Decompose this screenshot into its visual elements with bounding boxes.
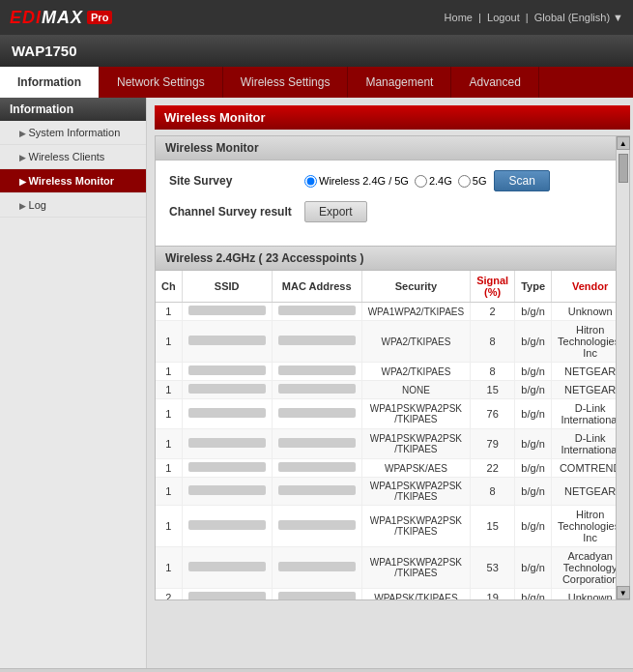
cell-signal: 79 <box>471 429 515 459</box>
table-row: 1WPA1WPA2/TKIPAES2b/g/nUnknown <box>156 303 629 321</box>
cell-type: b/g/n <box>515 589 552 600</box>
table-row: 1WPA2/TKIPAES8b/g/nHitron Technologies. … <box>156 321 629 363</box>
table-section-title: Wireless 2.4GHz ( 23 Accesspoints ) <box>156 246 629 271</box>
cell-security: WPA1PSKWPA2PSK /TKIPAES <box>361 506 470 547</box>
tab-advanced[interactable]: Advanced <box>451 67 538 98</box>
col-signal: Signal(%) <box>471 271 515 303</box>
site-survey-row: Site Survey Wireless 2.4G / 5G 2.4G <box>169 170 616 191</box>
cell-ch: 1 <box>156 478 182 506</box>
section-title: Wireless Monitor <box>155 105 630 130</box>
cell-ssid <box>182 321 272 363</box>
cell-security: WPA2/TKIPAES <box>361 363 470 381</box>
cell-signal: 76 <box>471 399 515 429</box>
cell-ssid <box>182 429 272 459</box>
table-row: 1WPA1PSKWPA2PSK /TKIPAES79b/g/nD-Link In… <box>156 429 629 459</box>
cell-mac <box>272 429 361 459</box>
cell-mac <box>272 589 361 600</box>
sidebar-item-system-info[interactable]: System Information <box>0 121 146 145</box>
cell-type: b/g/n <box>515 506 552 547</box>
cell-security: WPA1WPA2/TKIPAES <box>361 303 470 321</box>
cell-security: WPAPSK/AES <box>361 459 470 478</box>
radio-2g[interactable] <box>415 175 427 188</box>
cell-ch: 1 <box>156 303 182 321</box>
cell-ssid <box>182 363 272 381</box>
sidebar-title: Information <box>0 98 146 121</box>
cell-signal: 8 <box>471 363 515 381</box>
header: EDIMAX Pro Home | Logout | Global (Engli… <box>0 0 633 35</box>
cell-signal: 53 <box>471 547 515 589</box>
main-layout: Information System Information Wireless … <box>0 98 633 668</box>
table-row: 2WPAPSK/TKIPAES19b/g/nUnknown <box>156 589 629 600</box>
tab-network-settings[interactable]: Network Settings <box>100 67 223 98</box>
cell-mac <box>272 381 361 399</box>
cell-ssid <box>182 547 272 589</box>
sidebar-item-log[interactable]: Log <box>0 193 146 218</box>
channel-survey-label: Channel Survey result <box>169 205 304 219</box>
cell-mac <box>272 303 361 321</box>
table-row: 1WPAPSK/AES22b/g/nCOMTREND <box>156 459 629 478</box>
cell-signal: 22 <box>471 459 515 478</box>
logo-area: EDIMAX Pro <box>10 8 112 28</box>
tab-management[interactable]: Management <box>348 67 451 98</box>
radio-both[interactable] <box>304 175 317 188</box>
scroll-down-button[interactable]: ▼ <box>617 586 630 599</box>
site-survey-label: Site Survey <box>169 174 304 188</box>
cell-signal: 15 <box>471 381 515 399</box>
title-bar: WAP1750 <box>0 35 633 67</box>
cell-type: b/g/n <box>515 459 552 478</box>
cell-security: WPA1PSKWPA2PSK /TKIPAES <box>361 399 470 429</box>
scroll-bar[interactable]: ▲ ▼ <box>616 136 629 599</box>
language-selector[interactable]: Global (English) ▼ <box>534 12 623 23</box>
logout-link[interactable]: Logout <box>487 12 520 23</box>
cell-security: WPA2/TKIPAES <box>361 321 470 363</box>
cell-security: WPA1PSKWPA2PSK /TKIPAES <box>361 478 470 506</box>
cell-type: b/g/n <box>515 399 552 429</box>
table-row: 1WPA1PSKWPA2PSK /TKIPAES76b/g/nD-Link In… <box>156 399 629 429</box>
cell-ch: 1 <box>156 363 182 381</box>
col-mac: MAC Address <box>272 271 361 303</box>
wireless-monitor-panel: Wireless Monitor Site Survey Wireless 2.… <box>155 135 630 600</box>
cell-signal: 15 <box>471 506 515 547</box>
sidebar-item-wireless-monitor[interactable]: Wireless Monitor <box>0 169 146 193</box>
cell-ch: 1 <box>156 506 182 547</box>
cell-signal: 19 <box>471 589 515 600</box>
channel-survey-controls: Export <box>304 201 367 222</box>
tab-information[interactable]: Information <box>0 67 100 98</box>
cell-ch: 1 <box>156 547 182 589</box>
cell-type: b/g/n <box>515 429 552 459</box>
cell-mac <box>272 399 361 429</box>
radio-2g-label[interactable]: 2.4G <box>415 175 452 188</box>
radio-group: Wireless 2.4G / 5G 2.4G 5G <box>304 175 486 188</box>
cell-ch: 2 <box>156 589 182 600</box>
scan-button[interactable]: Scan <box>494 170 549 191</box>
logo-edimax: EDIMAX <box>10 8 83 28</box>
scroll-thumb[interactable] <box>619 154 628 183</box>
panel-title: Wireless Monitor <box>156 136 629 161</box>
sidebar: Information System Information Wireless … <box>0 98 147 668</box>
cell-mac <box>272 321 361 363</box>
cell-security: NONE <box>361 381 470 399</box>
export-button[interactable]: Export <box>304 201 367 222</box>
radio-5g[interactable] <box>458 175 471 188</box>
logo-pro: Pro <box>87 11 112 24</box>
cell-mac <box>272 478 361 506</box>
table-body: 1WPA1WPA2/TKIPAES2b/g/nUnknown1WPA2/TKIP… <box>156 303 629 600</box>
cell-mac <box>272 547 361 589</box>
radio-5g-label[interactable]: 5G <box>458 175 487 188</box>
radio-both-label[interactable]: Wireless 2.4G / 5G <box>304 175 409 188</box>
cell-ch: 1 <box>156 399 182 429</box>
cell-ssid <box>182 459 272 478</box>
cell-ssid <box>182 478 272 506</box>
sidebar-item-wireless-clients[interactable]: Wireless Clients <box>0 145 146 169</box>
col-type: Type <box>515 271 552 303</box>
content-area: Wireless Monitor Wireless Monitor Site S… <box>147 98 633 668</box>
cell-type: b/g/n <box>515 363 552 381</box>
cell-mac <box>272 363 361 381</box>
cell-signal: 2 <box>471 303 515 321</box>
cell-ch: 1 <box>156 321 182 363</box>
cell-type: b/g/n <box>515 547 552 589</box>
col-ch: Ch <box>156 271 182 303</box>
tab-wireless-settings[interactable]: Wireless Settings <box>223 67 349 98</box>
home-link[interactable]: Home <box>445 12 473 23</box>
scroll-up-button[interactable]: ▲ <box>617 136 630 150</box>
